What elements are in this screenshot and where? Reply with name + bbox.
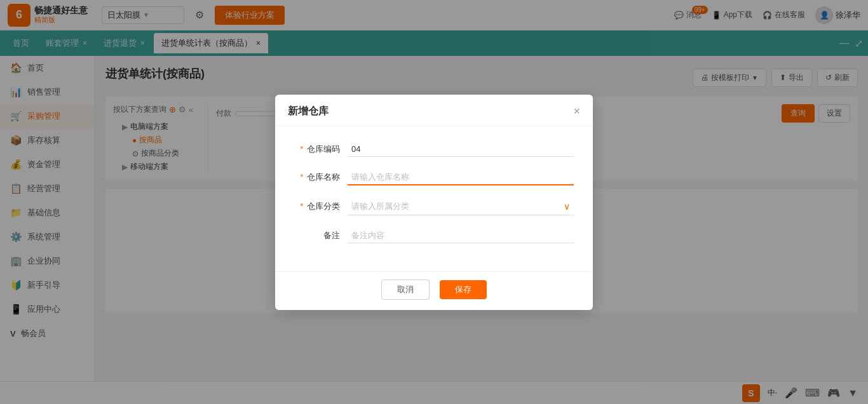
modal-body: * 仓库编码 * 仓库名称 * 仓库分类 请输入 <box>275 126 593 271</box>
modal-header: 新增仓库 × <box>275 95 593 126</box>
save-button[interactable]: 保存 <box>440 280 487 299</box>
category-dropdown-icon: ∨ <box>564 201 570 212</box>
required-star-category: * <box>300 201 303 211</box>
category-label: * 仓库分类 <box>294 201 340 212</box>
note-input[interactable] <box>348 228 574 243</box>
cancel-button[interactable]: 取消 <box>381 279 430 300</box>
modal-overlay: 新增仓库 × * 仓库编码 * 仓库名称 <box>0 0 868 404</box>
name-label: * 仓库名称 <box>294 172 340 183</box>
new-warehouse-modal: 新增仓库 × * 仓库编码 * 仓库名称 <box>275 95 593 310</box>
warehouse-code-input[interactable] <box>348 142 574 157</box>
form-row-code: * 仓库编码 <box>294 142 574 157</box>
warehouse-name-input[interactable] <box>348 170 574 185</box>
category-placeholder: 请输入所属分类 <box>351 201 564 212</box>
category-select-wrap[interactable]: 请输入所属分类 ∨ <box>348 198 574 215</box>
required-star-code: * <box>300 144 303 154</box>
modal-title: 新增仓库 <box>288 105 329 118</box>
form-row-name: * 仓库名称 <box>294 170 574 185</box>
modal-close-icon[interactable]: × <box>573 105 580 118</box>
note-label: 备注 <box>294 230 340 241</box>
form-row-note: 备注 <box>294 228 574 243</box>
code-label: * 仓库编码 <box>294 144 340 155</box>
required-star-name: * <box>300 172 303 182</box>
modal-footer: 取消 保存 <box>275 271 593 310</box>
form-row-category: * 仓库分类 请输入所属分类 ∨ <box>294 198 574 215</box>
